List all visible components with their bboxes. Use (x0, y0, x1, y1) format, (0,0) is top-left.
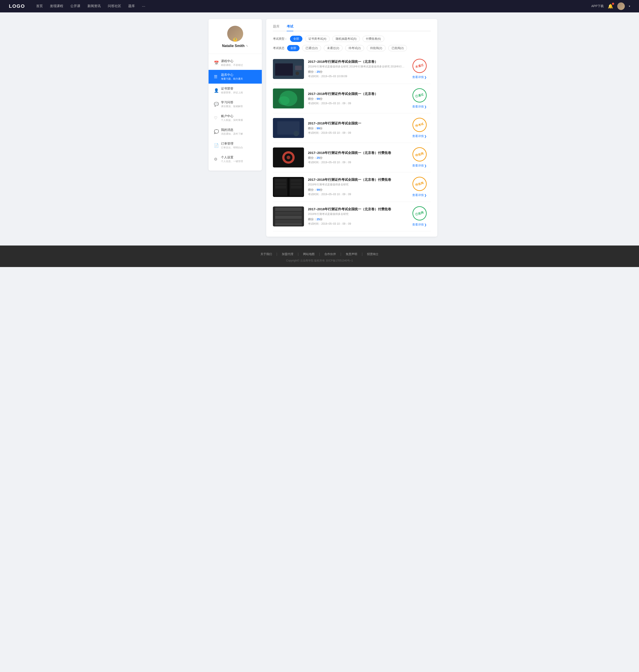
filter-passed-status[interactable]: 已通过(2) (302, 45, 321, 51)
nav-link-home[interactable]: 首页 (36, 4, 43, 9)
view-detail-btn-5[interactable]: 查看详情 ❯ (412, 193, 427, 197)
exam-time-1: 考试时间：2019–05–03 10:09:09 (308, 75, 404, 78)
footer-link-about[interactable]: 关于我们 (261, 252, 272, 256)
filter-paid-type[interactable]: 付费批卷(6) (362, 36, 384, 42)
nav-right: APP下载 🔔 ▾ (591, 2, 630, 10)
view-detail-btn-3[interactable]: 查看详情 ❯ (412, 134, 427, 138)
footer-copyright: Copyright© 云朵商学院 版权所有 京ICP备17051340号–1 (4, 259, 635, 262)
exam-thumbnail-6 (273, 207, 304, 226)
sidebar-item-messages[interactable]: 💭 我的消息 消息通知、及时了解 (208, 125, 262, 139)
status-badge-5: 待批阅 (411, 175, 428, 192)
filter-random-type[interactable]: 随机抽题考试(5) (332, 36, 360, 42)
nav-link-qa[interactable]: 问答社区 (108, 4, 121, 9)
tab-question-bank[interactable]: 题库 (273, 25, 280, 31)
nav-app-download[interactable]: APP下载 (591, 4, 604, 8)
exam-time-5: 考试时间：2019–05–03 10：09：09 (308, 192, 404, 196)
exam-time-6: 考试时间：2019–05–03 10：09：09 (308, 222, 404, 226)
filter-cert-type[interactable]: 证书类考试(4) (305, 36, 330, 42)
certificate-icon: 👤 (214, 88, 221, 93)
notification-dot (612, 3, 614, 5)
exam-desc-1: 2018年行测考试是最值得多去研究 2018年行测考试是最值得多去研究 2018… (308, 65, 404, 68)
filter-all-status[interactable]: 全部 (287, 45, 299, 51)
exam-info-1: 2017–2018年行测证件考试全国统一（北京卷） 2018年行测考试是最值得多… (308, 60, 404, 78)
exam-score-5: 得分：99分 (308, 188, 404, 192)
exam-title-6: 2017–2018年行测证件考试全国统一（北京卷）付费批卷 (308, 207, 404, 211)
sidebar-item-cert-title: 证书荣誉 (221, 87, 243, 91)
exam-action-4: 待批阅 查看详情 ❯ (408, 147, 431, 168)
status-badge-1: 未通过 (411, 57, 428, 75)
footer-link-sitemap[interactable]: 网站地图 (303, 252, 315, 256)
question-bank-icon: ☰ (214, 74, 221, 79)
filter-review-status[interactable]: 待批阅(2) (367, 45, 386, 51)
svg-rect-26 (275, 215, 302, 219)
tab-exam[interactable]: 考试 (287, 25, 293, 31)
nav-link-news[interactable]: 新闻资讯 (88, 4, 101, 9)
sidebar-item-qa[interactable]: 💬 学习问答 课后重温、疑难解答 (208, 97, 262, 111)
sidebar: 🥇 Natalie Smith ✎ 📅 课程中心 精彩课程、不容错过 ☰ 题库中… (208, 19, 262, 171)
exam-time-4: 考试时间：2019–05–03 10：09：09 (308, 161, 404, 164)
status-badge-2: 已通过 (411, 87, 428, 104)
avatar[interactable] (617, 2, 625, 10)
svg-rect-18 (275, 182, 286, 185)
exam-desc-6: 2018年行测考试是最值得多去研究 (308, 212, 404, 216)
exam-thumbnail-1 (273, 59, 304, 79)
navbar: LOGO 首页 发现课程 公开课 新闻资讯 问答社区 题库 ··· APP下载 … (0, 0, 639, 12)
content-tabs: 题库 考试 (273, 25, 431, 31)
exam-info-5: 2017–2018年行测证件考试全国统一（北京卷）付费批卷 2018年行测考试是… (308, 178, 404, 196)
svg-rect-21 (291, 182, 302, 185)
nav-link-discover[interactable]: 发现课程 (50, 4, 63, 9)
notification-bell[interactable]: 🔔 (608, 3, 613, 9)
svg-rect-20 (291, 179, 302, 182)
sidebar-item-cert-sub: 收获荣誉、持证上岗 (221, 91, 243, 94)
exam-type-filter-row: 考试类型： 全部 证书类考试(4) 随机抽题考试(5) 付费批卷(6) (273, 36, 431, 42)
exam-score-1: 得分：25分 (308, 70, 404, 74)
filter-pending-status[interactable]: 待考试(2) (345, 45, 364, 51)
status-badge-6: 已批阅 (411, 205, 428, 222)
view-detail-btn-2[interactable]: 查看详情 ❯ (412, 105, 427, 109)
footer-link-agent[interactable]: 加盟代理 (282, 252, 293, 256)
logo: LOGO (9, 3, 25, 9)
exam-action-2: 已通过 查看详情 ❯ (408, 88, 431, 109)
nav-link-bank[interactable]: 题库 (128, 4, 135, 9)
sidebar-item-settings[interactable]: ⚙ 个人设置 个人信息、一键管理 (208, 153, 262, 166)
filter-failed-status[interactable]: 未通过(2) (324, 45, 343, 51)
sidebar-item-question-bank[interactable]: ☰ 题库中心 海量习题、助力通关 (208, 70, 262, 84)
exam-info-6: 2017–2018年行测证件考试全国统一（北京卷）付费批卷 2018年行测考试是… (308, 207, 404, 226)
qa-icon: 💬 (214, 102, 221, 107)
table-row: 2017–2018年行测证件考试全国统一（北京卷） 得分：99分 考试时间：20… (273, 84, 431, 113)
exam-type-label: 考试类型： (273, 37, 287, 41)
sidebar-item-msg-sub: 消息通知、及时了解 (221, 132, 243, 135)
table-row: 2017–2018年行测证件考试全国统一 得分：99分 考试时间：2019–05… (273, 113, 431, 143)
sidebar-item-orders[interactable]: 📄 订单管理 订单支出、明明白白 (208, 139, 262, 153)
user-avatar: 🥇 (227, 26, 243, 42)
nav-more-icon[interactable]: ··· (142, 4, 145, 9)
edit-icon[interactable]: ✎ (246, 44, 248, 48)
footer-link-disclaimer[interactable]: 免责声明 (346, 252, 357, 256)
svg-point-9 (294, 131, 299, 136)
nav-link-open[interactable]: 公开课 (70, 4, 80, 9)
chevron-down-icon[interactable]: ▾ (629, 5, 630, 8)
exam-action-6: 已批阅 查看详情 ❯ (408, 206, 431, 227)
footer-link-careers[interactable]: 招贤纳士 (367, 252, 378, 256)
exam-action-1: 未通过 查看详情 ❯ (408, 59, 431, 79)
footer-link-partner[interactable]: 合作伙伴 (324, 252, 336, 256)
main-layout: 🥇 Natalie Smith ✎ 📅 课程中心 精彩课程、不容错过 ☰ 题库中… (208, 19, 431, 237)
sidebar-item-set-sub: 个人信息、一键管理 (221, 160, 243, 163)
filter-all-type[interactable]: 全部 (290, 36, 302, 42)
svg-point-6 (278, 96, 290, 105)
exam-info-2: 2017–2018年行测证件考试全国统一（北京卷） 得分：99分 考试时间：20… (308, 92, 404, 105)
sidebar-item-set-title: 个人设置 (221, 156, 243, 159)
sidebar-menu: 📅 课程中心 精彩课程、不容错过 ☰ 题库中心 海量习题、助力通关 👤 证书荣誉… (208, 56, 262, 166)
filter-reviewed-status[interactable]: 已批阅(2) (388, 45, 407, 51)
view-detail-btn-1[interactable]: 查看详情 ❯ (412, 75, 427, 79)
view-detail-btn-4[interactable]: 查看详情 ❯ (412, 164, 427, 168)
sidebar-item-course[interactable]: 📅 课程中心 精彩课程、不容错过 (208, 56, 262, 70)
view-detail-btn-6[interactable]: 查看详情 ❯ (412, 223, 427, 227)
exam-time-3: 考试时间：2019–05–03 10：09：09 (308, 131, 404, 135)
sidebar-item-certificate[interactable]: 👤 证书荣誉 收获荣誉、持证上岗 (208, 84, 262, 97)
sidebar-item-account[interactable]: ♡ 账户中心 个人权益、实时掌握 (208, 111, 262, 125)
exam-thumbnail-3 (273, 118, 304, 138)
sidebar-item-ord-sub: 订单支出、明明白白 (221, 146, 243, 149)
svg-rect-19 (275, 186, 286, 189)
exam-score-6: 得分：25分 (308, 217, 404, 221)
